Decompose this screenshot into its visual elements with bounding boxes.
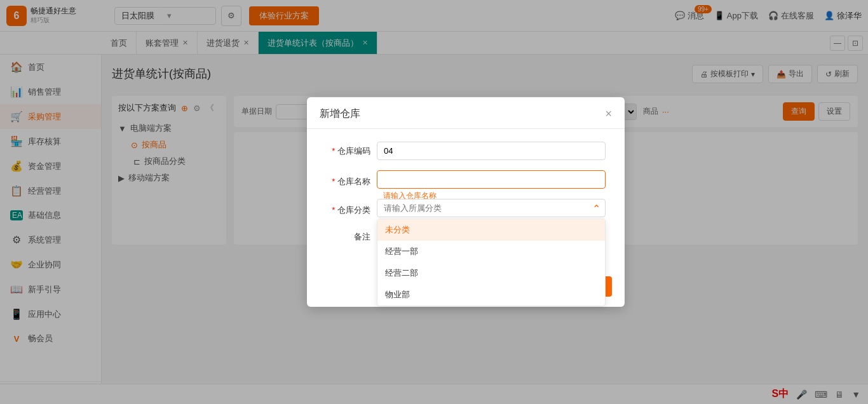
modal-close-button[interactable]: × — [605, 107, 612, 121]
modal-header: 新增仓库 × — [307, 97, 625, 129]
category-dropdown-wrapper: ⌃ 未分类 经营一部 经营二部 物业部 — [377, 199, 606, 217]
category-input[interactable] — [377, 199, 606, 217]
dropdown-item-uncategorized[interactable]: 未分类 — [377, 219, 605, 241]
form-row-code: 仓库编码 — [326, 142, 606, 160]
dropdown-item-property[interactable]: 物业部 — [377, 284, 605, 306]
new-warehouse-modal: 新增仓库 × 仓库编码 仓库名称 请输入仓库名称 仓库分类 ⌃ — [307, 97, 625, 307]
dropdown-item-dept1[interactable]: 经营一部 — [377, 241, 605, 262]
name-label: 仓库名称 — [326, 172, 377, 187]
category-label: 仓库分类 — [326, 201, 377, 216]
name-input[interactable] — [377, 170, 606, 189]
form-row-name: 仓库名称 请输入仓库名称 — [326, 170, 606, 189]
modal-body: 仓库编码 仓库名称 请输入仓库名称 仓库分类 ⌃ 未分类 经营一部 — [307, 129, 625, 269]
category-dropdown-list: 未分类 经营一部 经营二部 物业部 — [377, 219, 606, 306]
form-row-category: 仓库分类 ⌃ 未分类 经营一部 经营二部 物业部 — [326, 199, 606, 217]
dropdown-arrow-icon[interactable]: ⌃ — [592, 202, 600, 214]
code-label: 仓库编码 — [326, 142, 377, 157]
dropdown-item-dept2[interactable]: 经营二部 — [377, 262, 605, 284]
modal-title: 新增仓库 — [320, 107, 360, 121]
note-label: 备注 — [326, 227, 377, 243]
code-input[interactable] — [377, 142, 606, 160]
